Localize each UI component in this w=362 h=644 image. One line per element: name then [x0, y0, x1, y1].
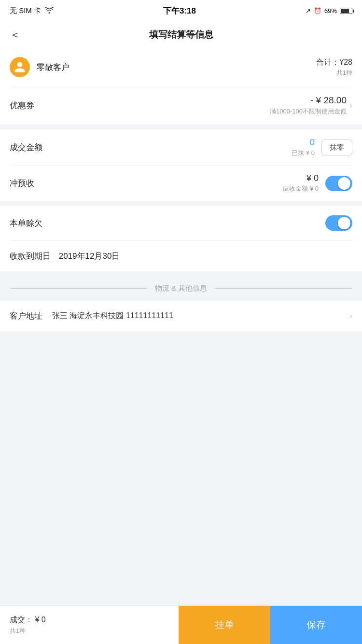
deal-amount: ¥ 0: [35, 616, 45, 624]
transaction-label: 成交金额: [10, 142, 42, 153]
transaction-sub: 已抹 ¥ 0: [292, 149, 315, 157]
bottom-deal: 成交： ¥ 0: [10, 615, 169, 625]
prepay-right: ¥ 0 应收金额 ¥ 0: [283, 173, 352, 193]
debt-toggle[interactable]: [325, 215, 352, 231]
round-zero-button[interactable]: 抹零: [321, 140, 352, 155]
prepay-main-amount: ¥ 0: [283, 173, 319, 183]
due-date-row: 收款到期日 2019年12月30日: [0, 241, 362, 271]
chevron-right-icon: ›: [349, 100, 352, 111]
logistics-divider: 物流 & 其他信息: [0, 276, 362, 301]
due-date-value: 2019年12月30日: [59, 252, 120, 261]
address-row[interactable]: 客户地址 张三 海淀永丰科技园 11111111111 ›: [0, 301, 362, 331]
status-left: 无 SIM 卡: [10, 6, 54, 15]
coupon-row[interactable]: 优惠券 - ¥ 28.00 满1000-100不限制使用金额 ›: [0, 86, 362, 125]
total-count: 共1种: [316, 69, 352, 77]
hang-label: 挂单: [215, 618, 234, 631]
hang-button[interactable]: 挂单: [179, 606, 270, 644]
customer-name: 零散客户: [37, 62, 70, 73]
save-label: 保存: [306, 618, 326, 631]
bottom-bar: 成交： ¥ 0 共1种 挂单 保存: [0, 605, 362, 644]
address-value: 张三 海淀永丰科技园 11111111111: [52, 311, 349, 321]
coupon-right: - ¥ 28.00 满1000-100不限制使用金额: [270, 95, 347, 116]
prepay-amounts: ¥ 0 应收金额 ¥ 0: [283, 173, 319, 193]
alarm-icon: ⏰: [314, 7, 321, 14]
debt-section: 本单赊欠 收款到期日 2019年12月30日: [0, 206, 362, 271]
logistics-line-left: [10, 288, 147, 289]
transaction-right: 0 已抹 ¥ 0 抹零: [292, 137, 352, 157]
transaction-section: 成交金额 0 已抹 ¥ 0 抹零 冲预收 ¥ 0 应收金额 ¥ 0: [0, 129, 362, 201]
deal-label: 成交：: [10, 616, 33, 624]
battery-percent: 69%: [324, 7, 337, 14]
user-icon: [14, 61, 26, 73]
save-button[interactable]: 保存: [270, 606, 362, 644]
coupon-desc: 满1000-100不限制使用金额: [270, 107, 347, 116]
address-section: 客户地址 张三 海淀永丰科技园 11111111111 ›: [0, 301, 362, 331]
avatar: [10, 57, 30, 77]
back-button[interactable]: ＜: [10, 28, 20, 42]
prepay-label: 冲预收: [10, 178, 34, 189]
address-chevron-icon: ›: [349, 311, 352, 321]
transaction-amount: 0: [309, 137, 315, 148]
toggle-knob: [338, 177, 350, 190]
bottom-summary: 成交： ¥ 0 共1种: [0, 615, 179, 635]
prepay-row: 冲预收 ¥ 0 应收金额 ¥ 0: [0, 166, 362, 201]
coupon-amount: - ¥ 28.00: [310, 95, 347, 106]
prepay-sub-text: 应收金额 ¥ 0: [283, 184, 319, 193]
address-label: 客户地址: [10, 310, 42, 322]
logistics-line-right: [215, 288, 352, 289]
coupon-label: 优惠券: [10, 100, 34, 111]
status-right: ↗ ⏰ 69%: [306, 7, 352, 14]
transaction-row: 成交金额 0 已抹 ¥ 0 抹零: [0, 129, 362, 165]
bottom-count: 共1种: [10, 627, 169, 635]
transaction-amount-col: 0 已抹 ¥ 0: [292, 137, 315, 157]
customer-total: 合计：¥28 共1种: [316, 57, 352, 77]
total-amount: 合计：¥28: [316, 57, 352, 68]
page-title: 填写结算等信息: [149, 28, 213, 41]
sim-label: 无 SIM 卡: [10, 6, 41, 15]
prepay-toggle[interactable]: [325, 176, 352, 191]
battery-icon: [340, 8, 352, 14]
debt-row: 本单赊欠: [0, 206, 362, 240]
status-bar: 无 SIM 卡 下午3:18 ↗ ⏰ 69%: [0, 0, 362, 21]
nav-bar: ＜ 填写结算等信息: [0, 21, 362, 48]
location-icon: ↗: [306, 7, 311, 14]
bottom-spacer: [0, 336, 362, 384]
due-date-label: 收款到期日: [10, 252, 51, 261]
customer-row: 零散客户 合计：¥28 共1种: [0, 48, 362, 86]
debt-toggle-knob: [338, 217, 350, 229]
customer-left: 零散客户: [10, 57, 70, 77]
customer-section: 零散客户 合计：¥28 共1种 优惠券 - ¥ 28.00 满1000-100不…: [0, 48, 362, 125]
logistics-text: 物流 & 其他信息: [155, 284, 207, 293]
debt-label: 本单赊欠: [10, 218, 42, 229]
wifi-icon: [45, 7, 54, 15]
status-time: 下午3:18: [163, 5, 196, 16]
